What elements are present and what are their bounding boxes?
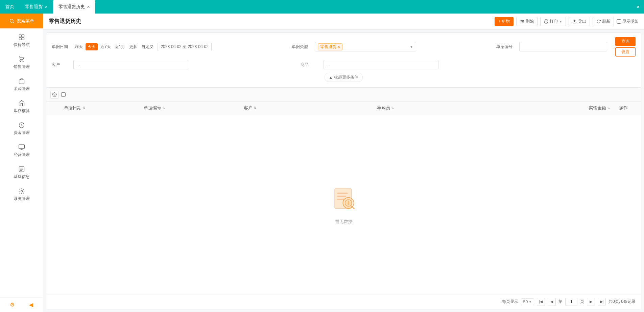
settings-filter-button[interactable]: 设置: [615, 47, 636, 57]
empty-state: 暂无数据: [329, 184, 359, 225]
delete-icon: [520, 19, 524, 24]
tab-retail-return-history-close[interactable]: ✕: [87, 5, 90, 9]
page-unit: 页: [580, 299, 584, 305]
filter-row-1: 单据日期 昨天 今天 近7天 近1月 更多 自定义 2023-06-02 至 2…: [52, 37, 636, 57]
svg-rect-15: [545, 22, 547, 23]
date-options: 昨天 今天 近7天 近1月 更多 自定义: [73, 43, 155, 50]
print-button[interactable]: 打印 ▼: [540, 17, 566, 26]
filter-row-2: 客户 ... 商品 ...: [52, 60, 636, 69]
sort-guide-icon[interactable]: ⇅: [391, 106, 394, 110]
svg-point-0: [10, 19, 13, 22]
customer-input[interactable]: ...: [73, 60, 188, 69]
svg-line-24: [352, 206, 354, 208]
goods-input[interactable]: ...: [324, 60, 438, 69]
date-opt-yesterday[interactable]: 昨天: [73, 43, 84, 50]
search-icon: [9, 18, 15, 24]
refresh-button[interactable]: 刷新: [593, 17, 614, 26]
sort-amount-icon[interactable]: ⇅: [607, 106, 610, 110]
export-icon: [572, 19, 577, 24]
date-opt-today[interactable]: 今天: [86, 43, 98, 50]
svg-rect-4: [19, 38, 21, 40]
query-button[interactable]: 查询: [615, 37, 636, 46]
sort-docno-icon[interactable]: ⇅: [162, 106, 165, 110]
export-button[interactable]: 导出: [569, 17, 590, 26]
sidebar-item-base-info[interactable]: 基础信息: [0, 162, 43, 184]
date-opt-1month[interactable]: 近1月: [114, 43, 127, 50]
collapse-sidebar-icon[interactable]: ◀: [29, 302, 33, 308]
tab-retail-return-history[interactable]: 零售退货历史 ✕: [53, 0, 95, 14]
date-opt-custom[interactable]: 自定义: [140, 43, 155, 50]
sidebar-item-quick-nav[interactable]: 快捷导航: [0, 30, 43, 52]
show-detail-checkbox[interactable]: [617, 19, 621, 24]
tab-home[interactable]: 首页: [0, 0, 20, 14]
svg-rect-7: [19, 145, 24, 149]
svg-point-14: [21, 191, 22, 192]
per-page-label: 每页显示: [502, 299, 518, 305]
sales-icon: [18, 56, 25, 63]
select-all-checkbox[interactable]: [61, 92, 66, 97]
svg-line-1: [13, 22, 14, 23]
doc-type-field[interactable]: 零售退货 ✕ ▼: [315, 42, 416, 51]
page-summary: 共0页, 0条记录: [609, 299, 636, 305]
sort-date-icon[interactable]: ⇅: [82, 106, 85, 110]
table-toolbar: [46, 88, 641, 102]
prev-page-button[interactable]: ◀: [548, 298, 556, 306]
sidebar-nav: 快捷导航 销售管理 采购管理: [0, 28, 43, 297]
sidebar-item-system[interactable]: 系统管理: [0, 184, 43, 206]
print-icon: [544, 19, 548, 24]
sidebar-item-purchase[interactable]: 采购管理: [0, 74, 43, 96]
page-number-input[interactable]: [565, 298, 577, 306]
first-page-button[interactable]: |◀: [537, 298, 545, 306]
per-page-select[interactable]: 50 ▼: [521, 298, 534, 305]
doc-type-dropdown-arrow[interactable]: ▼: [410, 45, 413, 49]
svg-rect-20: [337, 196, 346, 197]
svg-rect-19: [337, 193, 348, 194]
date-opt-more[interactable]: 更多: [128, 43, 139, 50]
sidebar-bottom: ⚙ ◀: [0, 297, 43, 312]
col-amount-header: 实销金额 ⇅: [543, 105, 610, 111]
quick-nav-icon: [18, 34, 25, 41]
svg-point-17: [54, 94, 55, 95]
base-info-icon: [18, 166, 25, 173]
col-docno-header: 单据编号 ⇅: [144, 105, 243, 111]
sidebar-item-sales[interactable]: 销售管理: [0, 52, 43, 74]
toolbar-actions: + 新增 删除 打印 ▼: [495, 17, 639, 26]
finance-icon: [18, 122, 25, 129]
sidebar-item-finance[interactable]: 资金管理: [0, 118, 43, 140]
doc-type-tag-close[interactable]: ✕: [337, 45, 340, 49]
doc-type-tag: 零售退货 ✕: [318, 43, 342, 50]
operations-icon: [18, 144, 25, 151]
table-body: 暂无数据: [46, 114, 641, 294]
tab-retail-return-close[interactable]: ✕: [45, 5, 48, 9]
tab-retail-return[interactable]: 零售退货 ✕: [20, 0, 53, 14]
refresh-icon: [596, 19, 601, 24]
table-settings-icon[interactable]: [50, 91, 58, 99]
customer-filter-label: 客户: [52, 62, 71, 68]
settings-bottom-icon[interactable]: ⚙: [10, 302, 15, 308]
filter-area: 单据日期 昨天 今天 近7天 近1月 更多 自定义 2023-06-02 至 2…: [46, 32, 641, 88]
table-header: 单据日期 ⇅ 单据编号 ⇅ 客户 ⇅ 导购员 ⇅ 实销金额: [46, 102, 641, 114]
last-page-button[interactable]: ▶|: [598, 298, 606, 306]
next-page-button[interactable]: ▶: [587, 298, 595, 306]
sidebar-item-operations[interactable]: 经营管理: [0, 140, 43, 162]
collapse-button[interactable]: ▲ 收起更多条件: [325, 73, 363, 82]
top-tab-bar: 首页 零售退货 ✕ 零售退货历史 ✕ ✕: [0, 0, 644, 14]
doc-no-input[interactable]: [519, 42, 607, 51]
sidebar-search-button[interactable]: 搜索菜单: [0, 14, 43, 28]
purchase-icon: [18, 78, 25, 85]
show-detail-checkbox-label[interactable]: 显示明细: [617, 19, 639, 24]
window-close-button[interactable]: ✕: [636, 4, 644, 9]
inventory-icon: [18, 100, 25, 107]
gear-icon: [52, 92, 57, 97]
pagination-bar: 每页显示 50 ▼ |◀ ◀ 第 页 ▶ ▶| 共0页, 0条记录: [46, 294, 641, 309]
system-icon: [18, 188, 25, 195]
col-guide-header: 导购员 ⇅: [377, 105, 477, 111]
date-range-input[interactable]: 2023-06-02 至 2023-06-02: [158, 43, 211, 51]
date-opt-7days[interactable]: 近7天: [99, 43, 112, 50]
svg-rect-5: [22, 38, 24, 40]
sort-customer-icon[interactable]: ⇅: [254, 106, 256, 110]
delete-button[interactable]: 删除: [516, 17, 538, 26]
sidebar-item-inventory[interactable]: 库存核算: [0, 96, 43, 118]
date-filter-label: 单据日期: [52, 44, 71, 50]
add-button[interactable]: + 新增: [495, 17, 514, 26]
